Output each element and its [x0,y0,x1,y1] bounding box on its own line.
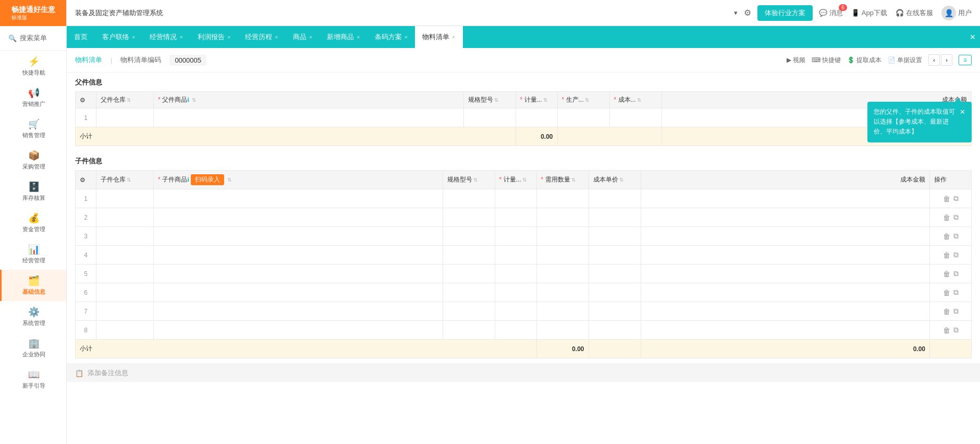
child-row-8-spec[interactable] [443,321,495,340]
parent-unit-input[interactable] [516,109,557,127]
child-qty-input-3[interactable] [537,227,589,245]
search-menu-button[interactable]: 🔍 搜索菜单 [4,30,62,46]
child-unitprice-input-1[interactable] [589,189,641,208]
parent-warehouse-input[interactable] [96,109,153,127]
child-product-input-5[interactable] [154,265,443,283]
delete-icon-4[interactable]: 🗑 [943,251,950,259]
child-row-1-cost-amount[interactable] [641,189,930,208]
child-cost-amount-input-6[interactable] [641,283,930,302]
child-unit-input-3[interactable] [495,227,536,245]
child-row-6-unitprice[interactable] [589,283,641,302]
child-row-2-warehouse[interactable] [96,208,154,227]
child-product-input-7[interactable] [154,302,443,320]
settings-button[interactable]: ⚙ [744,8,751,18]
child-warehouse-input-8[interactable] [96,321,153,339]
child-row-4-unitprice[interactable] [589,246,641,265]
child-spec-input-8[interactable] [443,321,495,339]
child-row-6-product[interactable] [154,283,443,302]
child-row-3-unitprice[interactable] [589,227,641,246]
child-cost-amount-input-2[interactable] [641,208,930,226]
child-row-8-unitprice[interactable] [589,321,641,340]
sidebar-item-guide[interactable]: 📖新手引导 [0,364,66,395]
prev-arrow[interactable]: ‹ [928,54,940,66]
child-row-5-warehouse[interactable] [96,265,154,283]
app-download-action[interactable]: 📱 App下载 [851,8,887,18]
tab-goods[interactable]: 商品 × [286,26,320,48]
copy-icon-8[interactable]: ⧉ [953,326,959,334]
child-row-4-unit[interactable] [495,246,536,265]
delete-icon-3[interactable]: 🗑 [943,232,950,241]
child-warehouse-input-7[interactable] [96,302,153,320]
child-warehouse-input-3[interactable] [96,227,153,245]
tab-bom-close[interactable]: × [452,34,455,40]
sidebar-item-system[interactable]: ⚙️系统管理 [0,301,66,332]
child-row-8-product[interactable] [154,321,443,340]
child-row-2-product[interactable] [154,208,443,227]
child-unitprice-input-5[interactable] [589,265,641,283]
parent-row-1-product[interactable] [154,109,464,127]
child-row-4-warehouse[interactable] [96,246,154,265]
parent-cost-input[interactable] [610,109,662,127]
dropdown-chevron[interactable]: ▾ [734,9,738,17]
child-row-7-unitprice[interactable] [589,302,641,321]
parent-row-1-warehouse[interactable] [96,109,154,127]
child-spec-input-3[interactable] [443,227,495,245]
tab-goods-close[interactable]: × [309,34,312,40]
child-product-input-8[interactable] [154,321,443,339]
sidebar-item-marketing[interactable]: 📢营销推广 [0,82,66,113]
child-row-3-cost-amount[interactable] [641,227,930,246]
close-all-tabs[interactable]: ✕ [965,33,980,41]
child-product-input-1[interactable] [154,189,443,208]
sidebar-item-purchase[interactable]: 📦采购管理 [0,145,66,176]
extract-cost-btn[interactable]: 💲 提取成本 [847,56,881,65]
child-row-6-spec[interactable] [443,283,495,302]
child-cost-amount-input-8[interactable] [641,321,930,339]
page-tab-bom[interactable]: 物料清单 [75,53,102,67]
child-warehouse-input-4[interactable] [96,246,153,264]
child-unit-input-6[interactable] [495,283,536,302]
sidebar-item-enterprise[interactable]: 🏢企业协同 [0,332,66,364]
copy-icon-4[interactable]: ⧉ [953,250,959,259]
bottom-text[interactable]: 添加备注信息 [88,368,128,378]
child-product-input-6[interactable] [154,283,443,302]
tab-new-goods-close[interactable]: × [357,34,360,40]
parent-row-1-spec[interactable] [463,109,516,127]
child-row-8-unit[interactable] [495,321,536,340]
delete-icon-8[interactable]: 🗑 [943,326,950,334]
child-warehouse-input-6[interactable] [96,283,153,302]
shortcut-btn[interactable]: ⌨ 快捷键 [812,56,841,65]
trial-button[interactable]: 体验行业方案 [757,5,813,21]
child-row-3-spec[interactable] [443,227,495,246]
child-cost-amount-input-4[interactable] [641,246,930,264]
child-cost-amount-input-3[interactable] [641,227,930,245]
child-unitprice-input-7[interactable] [589,302,641,320]
next-arrow[interactable]: › [941,54,952,66]
child-spec-input-5[interactable] [443,265,495,283]
child-row-1-qty[interactable] [536,189,589,208]
child-row-6-qty[interactable] [536,283,589,302]
child-row-5-qty[interactable] [536,265,589,283]
copy-icon-2[interactable]: ⧉ [953,213,959,222]
message-action[interactable]: 💬 消息 6 [819,8,843,18]
child-row-8-warehouse[interactable] [96,321,154,340]
sidebar-item-quick-nav[interactable]: ⚡快捷导航 [0,51,66,82]
child-qty-input-7[interactable] [537,302,589,320]
delete-icon-6[interactable]: 🗑 [943,289,950,297]
single-setting-btn[interactable]: 📄 单据设置 [888,56,922,65]
child-qty-input-2[interactable] [537,208,589,226]
child-product-input-4[interactable] [154,246,443,264]
tab-operation-status-close[interactable]: × [179,34,182,40]
sidebar-item-finance[interactable]: 💰资金管理 [0,207,66,238]
sidebar-item-sales[interactable]: 🛒销售管理 [0,113,66,145]
child-warehouse-input-1[interactable] [96,189,153,208]
child-unit-input-1[interactable] [495,189,536,208]
child-cost-amount-input-7[interactable] [641,302,930,320]
child-row-3-qty[interactable] [536,227,589,246]
parent-spec-input[interactable] [464,109,516,127]
parent-col-settings[interactable]: ⚙ [76,92,96,109]
child-row-4-spec[interactable] [443,246,495,265]
tab-operation-history-close[interactable]: × [275,34,278,40]
online-service-action[interactable]: 🎧 在线客服 [896,8,933,18]
child-row-2-unitprice[interactable] [589,208,641,227]
tab-operation-history[interactable]: 经营历程 × [238,26,285,48]
